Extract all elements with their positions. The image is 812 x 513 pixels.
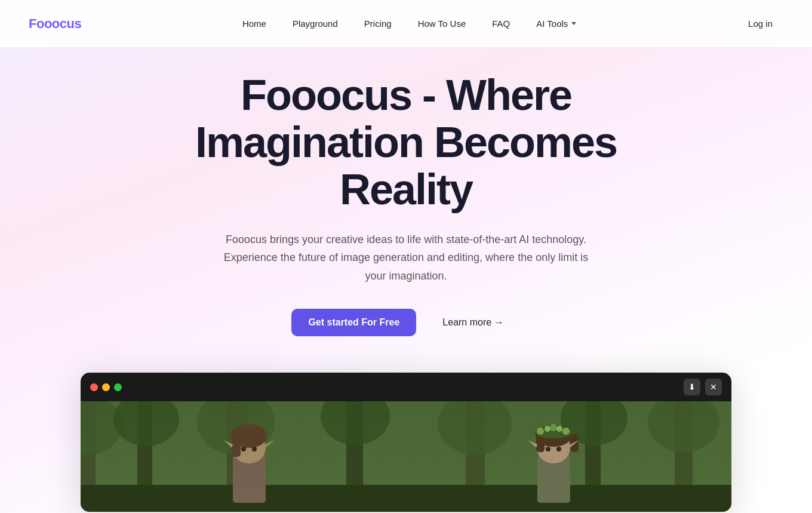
login-link[interactable]: Log in bbox=[737, 14, 783, 33]
learn-more-button[interactable]: Learn more → bbox=[426, 309, 520, 336]
hero-subtitle: Fooocus brings your creative ideas to li… bbox=[221, 231, 591, 285]
get-started-button[interactable]: Get started For Free bbox=[291, 309, 416, 336]
demo-image-overlay bbox=[81, 401, 731, 512]
download-button[interactable]: ⬇ bbox=[684, 379, 700, 395]
hero-title: Fooocus - Where Imagination Becomes Real… bbox=[193, 72, 619, 214]
demo-titlebar: ⬇ ✕ bbox=[81, 373, 731, 401]
close-button[interactable]: ✕ bbox=[705, 379, 722, 395]
nav-item-home[interactable]: Home bbox=[232, 14, 277, 33]
demo-wrapper: ⬇ ✕ bbox=[42, 372, 770, 512]
hero-buttons: Get started For Free Learn more → bbox=[193, 309, 619, 336]
nav-item-playground[interactable]: Playground bbox=[282, 14, 349, 33]
demo-image-area bbox=[81, 401, 731, 512]
titlebar-actions: ⬇ ✕ bbox=[684, 379, 722, 395]
chevron-down-icon bbox=[571, 22, 576, 25]
brand-logo[interactable]: Fooocus bbox=[29, 16, 81, 32]
navbar: Fooocus Home Playground Pricing How To U… bbox=[0, 0, 812, 48]
hero-section: Fooocus - Where Imagination Becomes Real… bbox=[0, 0, 812, 513]
minimize-dot[interactable] bbox=[102, 383, 110, 391]
nav-item-pricing[interactable]: Pricing bbox=[353, 14, 402, 33]
nav-item-faq[interactable]: FAQ bbox=[481, 14, 521, 33]
nav-item-how-to-use[interactable]: How To Use bbox=[407, 14, 477, 33]
nav-links: Home Playground Pricing How To Use FAQ A… bbox=[232, 14, 587, 33]
hero-content: Fooocus - Where Imagination Becomes Real… bbox=[179, 72, 633, 372]
nav-item-ai-tools[interactable]: AI Tools bbox=[525, 14, 587, 33]
demo-window: ⬇ ✕ bbox=[80, 372, 732, 512]
maximize-dot[interactable] bbox=[114, 383, 122, 391]
window-controls bbox=[90, 383, 122, 391]
close-dot[interactable] bbox=[90, 383, 98, 391]
